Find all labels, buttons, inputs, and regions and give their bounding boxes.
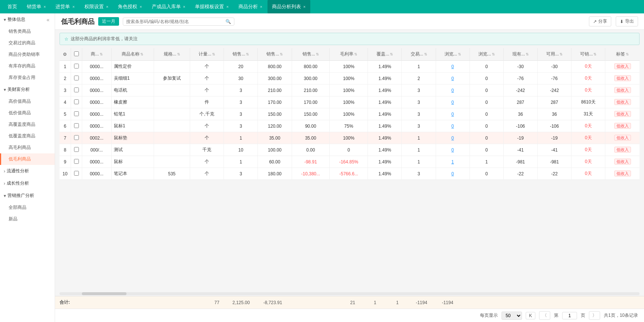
th-unit[interactable]: 计量...⇅ (190, 48, 224, 61)
next-page-button[interactable]: 〉 (589, 311, 600, 320)
row-select-checkbox[interactable] (74, 87, 79, 92)
horizontal-scrollbar[interactable] (60, 292, 640, 295)
nav-product-analysis[interactable]: 商品分析 × (234, 0, 267, 13)
row-checkbox[interactable] (71, 168, 82, 180)
row-checkbox[interactable] (71, 132, 82, 144)
row-checkbox[interactable] (71, 144, 82, 156)
th-gross-rate[interactable]: 毛利率⇅ (330, 48, 368, 61)
th-sales-qty[interactable]: 销售...⇅ (224, 48, 258, 61)
th-settings[interactable]: ⚙ (60, 48, 71, 61)
th-sales-amt[interactable]: 销售...⇅ (258, 48, 292, 61)
close-icon[interactable]: × (72, 4, 74, 9)
row-select-checkbox[interactable] (74, 99, 79, 104)
row-browse1[interactable]: 0 (436, 168, 470, 180)
row-coverage: 1.49% (368, 132, 402, 144)
th-browse2[interactable]: 浏览...⇅ (470, 48, 503, 61)
close-icon[interactable]: × (183, 4, 185, 9)
sidebar-item-stock-products[interactable]: 有库存的商品 (0, 60, 55, 72)
th-coverage[interactable]: 覆盖...⇅ (368, 48, 402, 61)
th-tag[interactable]: 标签⇅ (605, 48, 640, 61)
row-browse1[interactable]: 0 (436, 132, 470, 144)
sidebar-item-low-margin[interactable]: 低毛利商品 (0, 153, 55, 165)
row-browse1[interactable]: 0 (436, 85, 470, 96)
row-select-checkbox[interactable] (74, 171, 79, 176)
sidebar-item-traded-products[interactable]: 交易过的商品 (0, 37, 55, 49)
row-select-checkbox[interactable] (74, 64, 79, 68)
row-select-checkbox[interactable] (74, 135, 79, 140)
sidebar-item-low-coverage[interactable]: 低覆盖度商品 (0, 130, 55, 142)
row-select-checkbox[interactable] (74, 111, 79, 116)
row-select-checkbox[interactable] (74, 159, 79, 164)
sidebar-item-sales-products[interactable]: 销售类商品 (0, 26, 55, 37)
row-select-checkbox[interactable] (74, 123, 79, 128)
th-spec[interactable]: 规格...⇅ (154, 48, 190, 61)
sidebar-group-marketing[interactable]: ▾ 营销推广分析 (0, 189, 55, 202)
page-input[interactable] (562, 312, 577, 319)
th-current-stock[interactable]: 现有...⇅ (503, 48, 537, 61)
sidebar-group-growth[interactable]: › 成长性分析 (0, 177, 55, 189)
row-browse1[interactable]: 0 (436, 61, 470, 73)
nav-template[interactable]: 单据模板设置 × (190, 0, 233, 13)
close-icon[interactable]: × (260, 4, 262, 9)
th-trade-count[interactable]: 交易...⇅ (402, 48, 436, 61)
first-page-button[interactable]: K (526, 312, 535, 319)
sidebar-group-value[interactable]: ▾ 美财富分析 (0, 83, 55, 96)
collapse-icon[interactable]: « (45, 17, 51, 23)
row-select-checkbox[interactable] (74, 147, 79, 152)
row-checkbox[interactable] (71, 156, 82, 168)
sidebar-group-liquidity[interactable]: › 流通性分析 (0, 165, 55, 177)
row-browse1[interactable]: 0 (436, 108, 470, 120)
sidebar-group-overall[interactable]: ▾ 整体信息 « (0, 13, 55, 26)
row-browse1[interactable]: 0 (436, 144, 470, 156)
row-browse1[interactable]: 0 (436, 73, 470, 85)
sidebar-item-high-value[interactable]: 高价值商品 (0, 96, 55, 107)
th-name[interactable]: 商品名称⇅ (111, 48, 154, 61)
row-checkbox[interactable] (71, 108, 82, 120)
row-tag: 低收入 (605, 73, 640, 85)
th-code[interactable]: 商...⇅ (82, 48, 111, 61)
sidebar-item-low-value[interactable]: 低价值商品 (0, 107, 55, 119)
row-checkbox[interactable] (71, 120, 82, 132)
nav-role-auth[interactable]: 角色授权 × (113, 0, 146, 13)
period-button[interactable]: 近一月 (98, 17, 119, 26)
prev-page-button[interactable]: 〈 (539, 311, 550, 320)
close-icon[interactable]: × (140, 4, 142, 9)
sidebar-item-new-products[interactable]: 新品 (0, 213, 55, 225)
close-icon[interactable]: × (106, 4, 108, 9)
nav-product-analysis-list[interactable]: 商品分析列表 × (267, 0, 310, 13)
sidebar-item-all-products[interactable]: 全部商品 (0, 202, 55, 213)
nav-permission[interactable]: 权限设置 × (80, 0, 113, 13)
row-browse1[interactable]: 0 (436, 96, 470, 108)
search-icon[interactable]: 🔍 (225, 19, 231, 24)
close-icon[interactable]: × (44, 4, 46, 9)
th-browse1[interactable]: 浏览...⇅ (436, 48, 470, 61)
row-browse1[interactable]: 0 (436, 120, 470, 132)
th-available[interactable]: 可用...⇅ (538, 48, 571, 61)
select-all-checkbox[interactable] (74, 51, 79, 56)
sidebar-item-high-margin[interactable]: 高毛利商品 (0, 142, 55, 153)
nav-product-in[interactable]: 产成品入库单 × (147, 0, 190, 13)
search-input[interactable] (126, 19, 225, 24)
close-icon[interactable]: × (226, 4, 228, 9)
settings-icon[interactable]: ⚙ (63, 52, 67, 57)
row-checkbox[interactable] (71, 61, 82, 73)
close-icon[interactable]: × (303, 4, 305, 9)
th-sales-profit[interactable]: 销售...⇅ (292, 48, 330, 61)
export-button[interactable]: ⬇ 导出 (616, 16, 638, 26)
row-checkbox[interactable] (71, 85, 82, 96)
nav-purchase-order[interactable]: 进货单 × (51, 0, 79, 13)
sidebar-item-category-rate[interactable]: 商品分类助销率 (0, 49, 55, 60)
row-browse1[interactable]: 1 (436, 156, 470, 168)
sidebar-item-high-coverage[interactable]: 高覆盖度商品 (0, 119, 55, 130)
th-sellable[interactable]: 可销...⇅ (571, 48, 605, 61)
nav-home[interactable]: 首页 (3, 0, 22, 13)
sidebar-item-stock-capital[interactable]: 库存资金占用 (0, 72, 55, 83)
share-button[interactable]: ↗ 分享 (589, 16, 611, 26)
scroll-thumb[interactable] (82, 292, 126, 295)
row-checkbox[interactable] (71, 73, 82, 85)
row-checkbox[interactable] (71, 96, 82, 108)
per-page-select[interactable]: 50 20 100 (502, 312, 522, 320)
row-sales-qty: 20 (224, 61, 258, 73)
nav-sales-order[interactable]: 销货单 × (22, 0, 50, 13)
row-select-checkbox[interactable] (74, 76, 79, 80)
